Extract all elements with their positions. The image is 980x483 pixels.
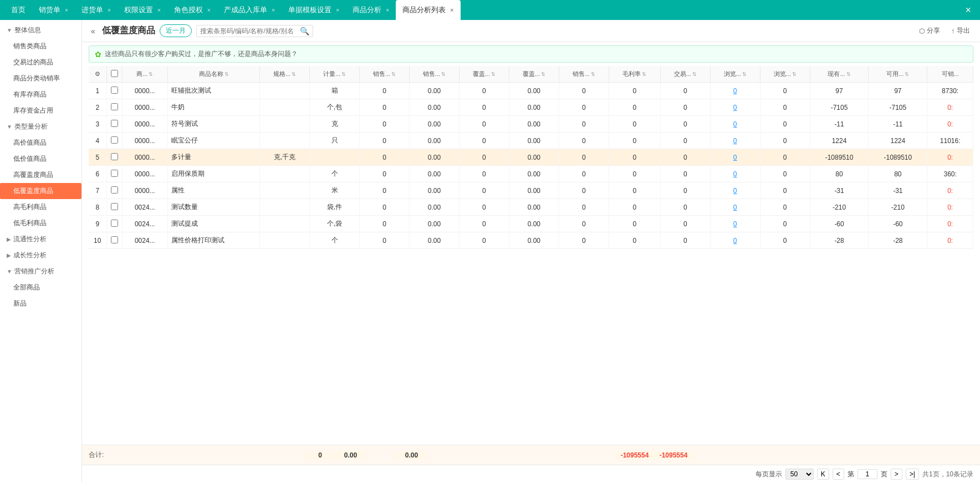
col-checkbox[interactable]	[106, 66, 122, 83]
col-trade[interactable]: 交易...⇅	[660, 66, 710, 83]
share-button[interactable]: ⬡ 分享	[916, 25, 943, 37]
cell-sales3: 0	[559, 133, 609, 149]
cell-checkbox[interactable]	[106, 133, 122, 149]
sidebar-section-marketing[interactable]: ▼ 营销推广分析	[0, 263, 81, 279]
first-page-button[interactable]: K	[817, 469, 829, 480]
col-settings[interactable]: ⚙	[89, 66, 106, 83]
sidebar-section-liquidity[interactable]: ▶ 流通性分析	[0, 231, 81, 247]
sidebar-item-low-profit[interactable]: 低毛利商品	[0, 215, 81, 231]
col-cover2[interactable]: 覆盖...⇅	[509, 66, 559, 83]
col-spec[interactable]: 规格...⇅	[260, 66, 310, 83]
nav-item-analysis[interactable]: 商品分析 ×	[346, 0, 396, 20]
sidebar-item-capital[interactable]: 库存资金占用	[0, 103, 81, 119]
col-sales2[interactable]: 销售...⇅	[409, 66, 459, 83]
select-all-checkbox[interactable]	[111, 70, 118, 77]
page-number-input[interactable]	[858, 469, 877, 479]
sidebar-item-low-value[interactable]: 低价值商品	[0, 151, 81, 167]
prev-page-button[interactable]: <	[833, 469, 844, 480]
cell-browse1[interactable]: 0	[710, 232, 760, 249]
cell-checkbox[interactable]	[106, 182, 122, 199]
cell-sales1: 0	[360, 99, 410, 116]
nav-close-analysis[interactable]: ×	[386, 7, 389, 13]
nav-item-permissions[interactable]: 权限设置 ×	[118, 0, 167, 20]
col-sales3[interactable]: 销售...⇅	[559, 66, 609, 83]
search-icon[interactable]: 🔍	[300, 27, 309, 35]
window-close-button[interactable]: ×	[961, 4, 976, 16]
nav-close-templates[interactable]: ×	[336, 7, 339, 13]
col-cover1[interactable]: 覆盖...⇅	[459, 66, 509, 83]
col-gross[interactable]: 毛利率⇅	[609, 66, 660, 83]
settings-icon[interactable]: ⚙	[95, 70, 100, 77]
date-filter-button[interactable]: 近一月	[160, 24, 192, 37]
sidebar-item-sales-goods[interactable]: 销售类商品	[0, 38, 81, 54]
cell-checkbox[interactable]	[106, 99, 122, 116]
sidebar-item-in-stock[interactable]: 有库存商品	[0, 87, 81, 103]
cell-checkbox[interactable]	[106, 149, 122, 166]
cell-browse1[interactable]: 0	[710, 116, 760, 133]
nav-close-permissions[interactable]: ×	[157, 7, 161, 13]
nav-item-home[interactable]: 首页	[4, 0, 32, 20]
sidebar-section-growth[interactable]: ▶ 成长性分析	[0, 247, 81, 263]
cell-checkbox[interactable]	[106, 216, 122, 232]
cell-checkbox[interactable]	[106, 199, 122, 216]
col-current[interactable]: 现有...⇅	[810, 66, 869, 83]
sidebar-item-new-goods[interactable]: 新品	[0, 296, 81, 312]
last-page-button[interactable]: >|	[906, 469, 919, 480]
cell-browse1[interactable]: 0	[710, 133, 760, 149]
collapse-sidebar-button[interactable]: «	[89, 26, 98, 37]
cell-trade: 0	[660, 199, 710, 216]
sidebar-item-traded-goods[interactable]: 交易过的商品	[0, 54, 81, 70]
nav-item-sales[interactable]: 销货单 ×	[32, 0, 75, 20]
sidebar-section-overview[interactable]: ▼ 整体信息	[0, 22, 81, 38]
sidebar-item-high-profit[interactable]: 高毛利商品	[0, 199, 81, 215]
cell-checkbox[interactable]	[106, 232, 122, 249]
nav-item-templates[interactable]: 单据模板设置 ×	[282, 0, 346, 20]
cell-available: 97	[869, 83, 927, 99]
nav-close-sales[interactable]: ×	[65, 7, 68, 13]
next-page-button[interactable]: >	[891, 469, 902, 480]
col-available[interactable]: 可用...⇅	[869, 66, 927, 83]
col-sales1[interactable]: 销售...⇅	[360, 66, 410, 83]
nav-item-roles[interactable]: 角色授权 ×	[167, 0, 217, 20]
cell-browse1[interactable]: 0	[710, 199, 760, 216]
col-name[interactable]: 商品名称⇅	[168, 66, 260, 83]
cell-unit: 个	[310, 232, 360, 249]
table-container[interactable]: ⚙ 商...⇅ 商品名称⇅ 规格...⇅ 计量...⇅ 销售...⇅ 销售...…	[82, 66, 980, 445]
col-code[interactable]: 商...⇅	[122, 66, 168, 83]
sidebar-item-category-rate[interactable]: 商品分类动销率	[0, 70, 81, 87]
cell-name: 启用保质期	[168, 166, 260, 182]
sidebar-item-low-coverage[interactable]: 低覆盖度商品	[0, 183, 81, 199]
cell-trade: 0	[660, 216, 710, 232]
nav-close-products[interactable]: ×	[272, 7, 275, 13]
col-browse1[interactable]: 浏览...⇅	[710, 66, 760, 83]
nav-item-purchase[interactable]: 进货单 ×	[75, 0, 118, 20]
col-browse2[interactable]: 浏览...⇅	[760, 66, 810, 83]
nav-close-analysis-list[interactable]: ×	[450, 7, 453, 13]
cell-browse1[interactable]: 0	[710, 166, 760, 182]
cell-browse1[interactable]: 0	[710, 83, 760, 99]
col-unit[interactable]: 计量...⇅	[310, 66, 360, 83]
cell-checkbox[interactable]	[106, 83, 122, 99]
sidebar-item-all-goods[interactable]: 全部商品	[0, 279, 81, 296]
cell-browse1[interactable]: 0	[710, 99, 760, 116]
cell-browse1[interactable]: 0	[710, 182, 760, 199]
nav-close-purchase[interactable]: ×	[108, 7, 111, 13]
cell-sales2: 0.00	[409, 83, 459, 99]
cell-checkbox[interactable]	[106, 116, 122, 133]
nav-item-analysis-list[interactable]: 商品分析列表 ×	[396, 0, 460, 20]
search-input[interactable]	[200, 27, 300, 35]
sidebar-item-high-coverage[interactable]: 高覆盖度商品	[0, 167, 81, 183]
sidebar-item-high-value[interactable]: 高价值商品	[0, 135, 81, 151]
cell-gross: 0	[609, 199, 660, 216]
export-button[interactable]: ↑ 导出	[948, 25, 973, 37]
cell-browse1[interactable]: 0	[710, 149, 760, 166]
page-size-label: 每页显示	[756, 470, 782, 479]
cell-checkbox[interactable]	[106, 166, 122, 182]
cell-browse1[interactable]: 0	[710, 216, 760, 232]
sidebar-section-type[interactable]: ▼ 类型量分析	[0, 119, 81, 135]
cell-available: -11	[869, 116, 927, 133]
col-saleable[interactable]: 可销...	[927, 66, 973, 83]
nav-item-products[interactable]: 产成品入库单 ×	[217, 0, 282, 20]
page-size-select[interactable]: 50 20 100	[785, 469, 814, 480]
nav-close-roles[interactable]: ×	[207, 7, 211, 13]
